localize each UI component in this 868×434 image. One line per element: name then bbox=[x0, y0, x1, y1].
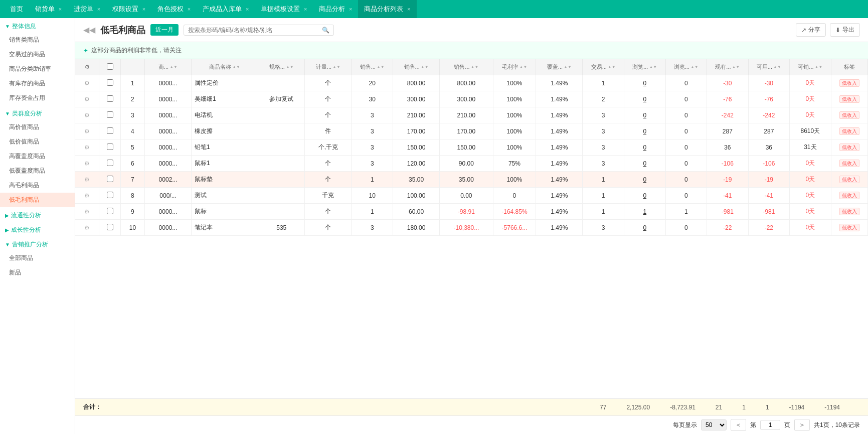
col-salesamt-header[interactable]: 销售...▲▼ bbox=[393, 59, 439, 75]
col-current-header[interactable]: 现有...▲▼ bbox=[707, 59, 749, 75]
row-browse1[interactable]: 0 bbox=[624, 75, 665, 91]
row-settings[interactable]: ⚙ bbox=[75, 107, 99, 123]
row-browse1[interactable]: 0 bbox=[624, 156, 665, 172]
row-checkbox[interactable] bbox=[107, 192, 113, 198]
row-checkbox[interactable] bbox=[107, 224, 113, 230]
row-browse1[interactable]: 0 bbox=[624, 172, 665, 188]
browse1-link[interactable]: 0 bbox=[643, 80, 646, 87]
sidebar-item-low-margin[interactable]: 低毛利商品 bbox=[0, 193, 75, 207]
select-all-checkbox[interactable] bbox=[107, 63, 113, 70]
browse1-link[interactable]: 0 bbox=[643, 160, 646, 167]
collapse-sidebar-btn[interactable]: ◀◀ bbox=[83, 25, 95, 35]
row-checkbox[interactable] bbox=[107, 127, 113, 134]
row-browse1[interactable]: 0 bbox=[624, 188, 665, 204]
sidebar-item-high-margin[interactable]: 高毛利商品 bbox=[0, 178, 75, 193]
col-coverage-header[interactable]: 覆盖...▲▼ bbox=[536, 59, 583, 75]
sidebar-item-inventory-capital[interactable]: 库存资金占用 bbox=[0, 91, 75, 105]
row-settings[interactable]: ⚙ bbox=[75, 91, 99, 107]
nav-product-analysis-close[interactable]: × bbox=[349, 6, 352, 12]
browse1-link[interactable]: 0 bbox=[643, 96, 646, 103]
nav-product-analysis-list[interactable]: 商品分析列表 × bbox=[358, 0, 416, 18]
row-settings[interactable]: ⚙ bbox=[75, 156, 99, 172]
browse1-link[interactable]: 0 bbox=[643, 176, 646, 183]
col-salesprofit-header[interactable]: 销售...▲▼ bbox=[440, 59, 493, 75]
row-checkbox[interactable] bbox=[107, 95, 113, 102]
col-settings-header[interactable]: ⚙ bbox=[75, 59, 99, 75]
browse1-link[interactable]: 0 bbox=[643, 128, 646, 135]
row-checkbox[interactable] bbox=[107, 208, 113, 214]
sidebar-group-growth[interactable]: ▶ 成长性分析 bbox=[0, 222, 75, 236]
row-settings[interactable]: ⚙ bbox=[75, 123, 99, 139]
row-check[interactable] bbox=[99, 172, 121, 188]
row-check[interactable] bbox=[99, 123, 121, 139]
row-browse1[interactable]: 0 bbox=[624, 107, 665, 123]
filter-period-btn[interactable]: 近一月 bbox=[150, 24, 179, 36]
col-name-header[interactable]: 商品名称▲▼ bbox=[192, 59, 258, 75]
browse1-link[interactable]: 1 bbox=[643, 208, 646, 215]
row-checkbox[interactable] bbox=[107, 79, 113, 86]
sidebar-group-circulation[interactable]: ▶ 流通性分析 bbox=[0, 207, 75, 222]
col-browse1-header[interactable]: 浏览...▲▼ bbox=[624, 59, 665, 75]
nav-sales[interactable]: 销货单 × bbox=[29, 0, 68, 18]
next-page-btn[interactable]: ＞ bbox=[794, 419, 810, 431]
sidebar-group-cluster[interactable]: ▼ 类群度分析 bbox=[0, 105, 75, 120]
browse1-link[interactable]: 0 bbox=[643, 224, 646, 231]
sidebar-group-marketing[interactable]: ▼ 营销推广分析 bbox=[0, 236, 75, 251]
row-checkbox[interactable] bbox=[107, 111, 113, 118]
col-available-header[interactable]: 可用...▲▼ bbox=[748, 59, 790, 75]
col-spec-header[interactable]: 规格...▲▼ bbox=[258, 59, 305, 75]
col-salesqty-header[interactable]: 销售...▲▼ bbox=[352, 59, 393, 75]
page-size-select[interactable]: 50 10 20 100 bbox=[701, 419, 727, 430]
col-unit-header[interactable]: 计量...▲▼ bbox=[305, 59, 352, 75]
page-number-input[interactable] bbox=[760, 420, 780, 430]
prev-page-btn[interactable]: ＜ bbox=[731, 419, 746, 431]
nav-product-analysis[interactable]: 商品分析 × bbox=[313, 0, 358, 18]
row-browse1[interactable]: 0 bbox=[624, 220, 665, 236]
sidebar-item-low-value[interactable]: 低价值商品 bbox=[0, 134, 75, 149]
sidebar-group-overall[interactable]: ▼ 整体信息 bbox=[0, 18, 75, 33]
sidebar-item-high-coverage[interactable]: 高覆盖度商品 bbox=[0, 149, 75, 164]
row-check[interactable] bbox=[99, 91, 121, 107]
row-check[interactable] bbox=[99, 75, 121, 91]
row-checkbox[interactable] bbox=[107, 143, 113, 150]
nav-home[interactable]: 首页 bbox=[4, 0, 29, 18]
sidebar-item-high-value[interactable]: 高价值商品 bbox=[0, 120, 75, 134]
row-check[interactable] bbox=[99, 107, 121, 123]
export-btn[interactable]: ⬇ 导出 bbox=[830, 23, 860, 37]
nav-purchase[interactable]: 进货单 × bbox=[68, 0, 106, 18]
nav-permissions[interactable]: 权限设置 × bbox=[106, 0, 151, 18]
sidebar-item-new-goods[interactable]: 新品 bbox=[0, 265, 75, 280]
row-settings[interactable]: ⚙ bbox=[75, 172, 99, 188]
col-check-header[interactable] bbox=[99, 59, 121, 75]
row-browse1[interactable]: 0 bbox=[624, 139, 665, 156]
row-checkbox[interactable] bbox=[107, 160, 113, 166]
sidebar-item-category-rate[interactable]: 商品分类助销率 bbox=[0, 62, 75, 76]
sidebar-item-stocked-goods[interactable]: 有库存的商品 bbox=[0, 76, 75, 91]
browse1-link[interactable]: 0 bbox=[643, 112, 646, 119]
browse1-link[interactable]: 0 bbox=[643, 144, 646, 151]
share-btn[interactable]: ↗ 分享 bbox=[796, 23, 826, 37]
row-check[interactable] bbox=[99, 188, 121, 204]
col-saleable-header[interactable]: 可销...▲▼ bbox=[790, 59, 831, 75]
nav-template[interactable]: 单据模板设置 × bbox=[255, 0, 313, 18]
sidebar-item-low-coverage[interactable]: 低覆盖度商品 bbox=[0, 164, 75, 178]
row-checkbox[interactable] bbox=[107, 176, 113, 182]
row-settings[interactable]: ⚙ bbox=[75, 204, 99, 220]
nav-template-close[interactable]: × bbox=[304, 6, 307, 12]
row-check[interactable] bbox=[99, 139, 121, 156]
search-input[interactable] bbox=[188, 27, 322, 34]
col-browse2-header[interactable]: 浏览...▲▼ bbox=[665, 59, 707, 75]
sidebar-item-all-goods[interactable]: 全部商品 bbox=[0, 251, 75, 265]
nav-roles[interactable]: 角色授权 × bbox=[151, 0, 197, 18]
nav-roles-close[interactable]: × bbox=[188, 6, 191, 12]
row-settings[interactable]: ⚙ bbox=[75, 188, 99, 204]
nav-products-in-close[interactable]: × bbox=[246, 6, 249, 12]
row-check[interactable] bbox=[99, 156, 121, 172]
row-browse1[interactable]: 1 bbox=[624, 204, 665, 220]
col-trade-header[interactable]: 交易...▲▼ bbox=[583, 59, 624, 75]
browse1-link[interactable]: 0 bbox=[643, 192, 646, 199]
nav-products-in[interactable]: 产成品入库单 × bbox=[197, 0, 255, 18]
sidebar-item-sales-goods[interactable]: 销售类商品 bbox=[0, 33, 75, 47]
row-browse1[interactable]: 0 bbox=[624, 91, 665, 107]
row-check[interactable] bbox=[99, 204, 121, 220]
